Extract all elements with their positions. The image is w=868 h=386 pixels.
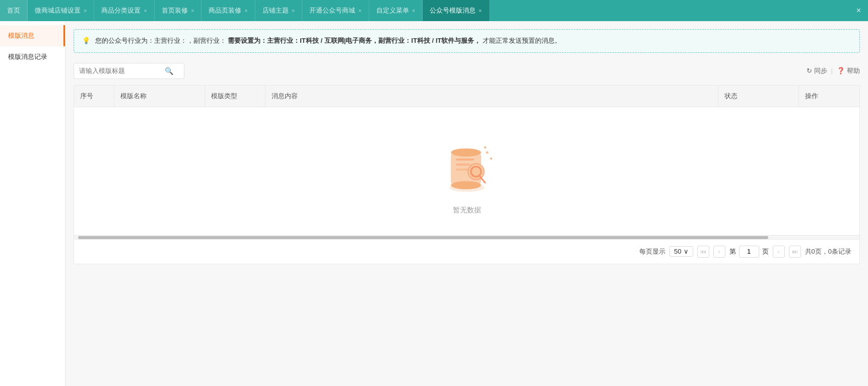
tab-homepage-close[interactable]: × [191, 8, 194, 14]
search-input-wrap: 🔍 [74, 63, 184, 79]
col-content: 消息内容 [265, 86, 718, 107]
tab-productpage-label: 商品页装修 [209, 6, 241, 15]
tab-wshop-label: 微商城店铺设置 [35, 6, 81, 15]
sync-button[interactable]: ↻ 同步 [807, 66, 827, 75]
col-status: 状态 [718, 86, 799, 107]
next-page-icon: › [778, 248, 780, 255]
sidebar-item-template-msg-log[interactable]: 模版消息记录 [0, 46, 65, 67]
close-all-button[interactable]: × [849, 6, 868, 15]
notice-text-after: 才能正常发送预置的消息。 [483, 37, 561, 44]
tab-home-label: 首页 [7, 6, 20, 15]
notice-banner: 💡 您的公众号行业为：主营行业：，副营行业： 需要设置为：主营行业：IT科技 /… [74, 29, 860, 53]
col-type: 模版类型 [205, 86, 265, 107]
data-table: 序号 模版名称 模版类型 消息内容 状态 操作 [74, 85, 860, 264]
tab-productpage-close[interactable]: × [244, 8, 247, 14]
col-seq: 序号 [74, 86, 114, 107]
page-size-value: 50 [674, 248, 681, 255]
prev-page-button[interactable]: ‹ [713, 246, 725, 258]
tab-wshop-close[interactable]: × [84, 8, 87, 14]
notice-text-before: 您的公众号行业为：主营行业：，副营行业： [95, 37, 226, 44]
page-size-label: 每页显示 [639, 247, 665, 256]
tab-homepage[interactable]: 首页装修 × [155, 0, 202, 21]
tab-theme-close[interactable]: × [292, 8, 295, 14]
empty-text: 暂无数据 [453, 206, 481, 215]
svg-rect-4 [456, 159, 474, 161]
page-num-wrap: 第 页 [729, 246, 769, 258]
page-label-before: 第 [729, 247, 736, 256]
tab-category-close[interactable]: × [144, 8, 147, 14]
tab-theme-label: 店铺主题 [262, 6, 289, 15]
search-input[interactable] [79, 67, 165, 74]
top-nav: 首页 微商城店铺设置 × 商品分类设置 × 首页装修 × 商品页装修 × 店铺主… [0, 0, 868, 21]
tab-wechat-mall-label: 开通公众号商城 [309, 6, 355, 15]
horizontal-scrollbar[interactable] [74, 235, 859, 239]
svg-point-3 [451, 181, 481, 189]
tab-category[interactable]: 商品分类设置 × [94, 0, 154, 21]
col-name: 模版名称 [114, 86, 205, 107]
search-bar: 🔍 ↻ 同步 | ❓ 帮助 [74, 63, 860, 79]
search-icon[interactable]: 🔍 [165, 67, 173, 75]
tab-category-label: 商品分类设置 [101, 6, 141, 15]
scrollbar-thumb[interactable] [78, 236, 768, 239]
tab-custom-menu-close[interactable]: × [412, 8, 415, 14]
page-label-after: 页 [762, 247, 769, 256]
notice-text-bold: 需要设置为：主营行业：IT科技 / 互联网|电子商务，副营行业：IT科技 / I… [228, 37, 481, 44]
chevron-down-icon: ∨ [684, 248, 689, 255]
sync-label: 同步 [814, 66, 827, 75]
pagination: 每页显示 50 ∨ ⏮ ‹ 第 页 › [74, 239, 859, 264]
col-action: 操作 [799, 86, 859, 107]
svg-point-12 [484, 146, 486, 148]
help-icon: ❓ [837, 67, 845, 74]
last-page-button[interactable]: ⏭ [789, 246, 801, 258]
tab-template-msg-label: 公众号模版消息 [430, 6, 476, 15]
bulb-icon: 💡 [82, 37, 90, 44]
toolbar-right: ↻ 同步 | ❓ 帮助 [807, 66, 860, 75]
svg-rect-5 [456, 164, 470, 166]
first-page-icon: ⏮ [700, 248, 706, 255]
tab-homepage-label: 首页装修 [162, 6, 188, 15]
layout: 模版消息 模版消息记录 💡 您的公众号行业为：主营行业：，副营行业： 需要设置为… [0, 21, 868, 386]
sidebar: 模版消息 模版消息记录 [0, 21, 65, 386]
tab-home[interactable]: 首页 [0, 0, 28, 21]
help-button[interactable]: ❓ 帮助 [837, 66, 860, 75]
empty-state-icon [437, 137, 497, 198]
tab-custom-menu[interactable]: 自定义菜单 × [369, 0, 423, 21]
help-label: 帮助 [847, 66, 860, 75]
table-header: 序号 模版名称 模版类型 消息内容 状态 操作 [74, 86, 859, 107]
tab-custom-menu-label: 自定义菜单 [376, 6, 409, 15]
svg-point-2 [451, 148, 481, 157]
sidebar-item-template-msg[interactable]: 模版消息 [0, 25, 65, 46]
tab-template-msg-close[interactable]: × [479, 8, 482, 14]
toolbar-divider: | [831, 67, 833, 74]
last-page-icon: ⏭ [792, 248, 798, 255]
empty-state: 暂无数据 [74, 107, 859, 235]
page-number-input[interactable] [739, 246, 759, 258]
tab-productpage[interactable]: 商品页装修 × [202, 0, 255, 21]
page-size-select[interactable]: 50 ∨ [670, 246, 693, 257]
main-content: 💡 您的公众号行业为：主营行业：，副营行业： 需要设置为：主营行业：IT科技 /… [65, 21, 868, 386]
svg-point-11 [490, 158, 492, 160]
tab-wechat-mall[interactable]: 开通公众号商城 × [302, 0, 369, 21]
total-info: 共0页，0条记录 [805, 247, 851, 256]
tab-theme[interactable]: 店铺主题 × [255, 0, 302, 21]
sync-icon: ↻ [807, 67, 812, 74]
prev-page-icon: ‹ [718, 248, 720, 255]
first-page-button[interactable]: ⏮ [697, 246, 709, 258]
tab-wshop[interactable]: 微商城店铺设置 × [28, 0, 94, 21]
tab-template-msg[interactable]: 公众号模版消息 × [423, 0, 489, 21]
next-page-button[interactable]: › [773, 246, 785, 258]
svg-point-10 [486, 151, 488, 153]
tab-wechat-mall-close[interactable]: × [358, 8, 361, 14]
